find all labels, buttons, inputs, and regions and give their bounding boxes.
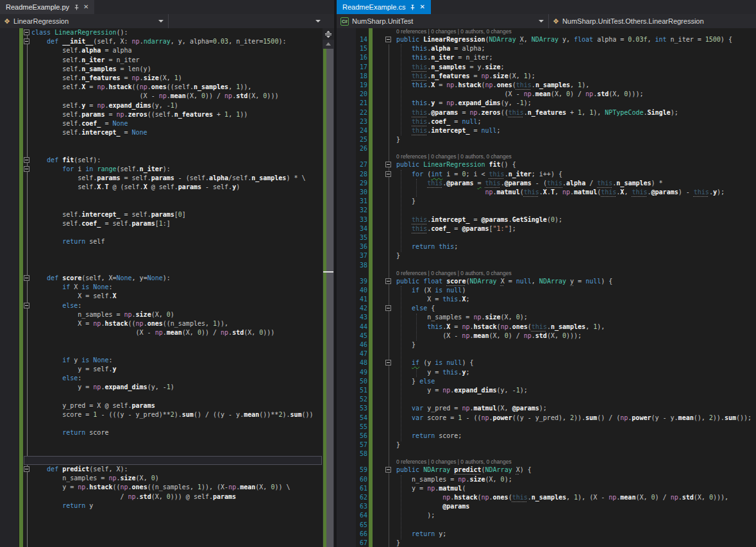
tab-readmeexample-py[interactable]: ReadmeExample.py ✕ (0, 0, 94, 14)
code-line[interactable]: 49 y = this.y; (337, 368, 756, 377)
code-line[interactable]: self.n_features = np.size(X, 1) (0, 74, 334, 83)
code-line[interactable]: self.n_iter = n_iter (0, 56, 334, 65)
code-line[interactable]: X = np.hstack((np.ones((n_samples, 1)), (0, 319, 334, 328)
code-line[interactable]: 43 n_samples = np.size(X, 0); (337, 313, 756, 322)
code-line[interactable]: (X - np.mean(X, 0)) / np.std(X, 0))) (0, 92, 334, 101)
code-line[interactable]: 40 if (X is null) (337, 286, 756, 295)
code-line[interactable]: 28 for (int i = 0; i < this.n_iter; i++)… (337, 170, 756, 179)
code-line[interactable]: 36 return this; (337, 242, 756, 251)
code-line[interactable]: 37} (337, 251, 756, 260)
fold-margin[interactable] (0, 301, 31, 310)
pin-icon[interactable] (74, 4, 80, 10)
code-line[interactable]: n_samples = np.size(X, 0) (0, 310, 334, 319)
code-line[interactable] (0, 538, 334, 547)
code-line[interactable]: 53 var y_pred = np.matmul(X, @params); (337, 404, 756, 413)
code-line[interactable]: y = np.expand_dims(y, -1) (0, 383, 334, 392)
codelens-row[interactable]: 0 references | 0 changes | 0 authors, 0 … (337, 153, 756, 160)
codelens-row[interactable]: 0 references | 0 changes | 0 authors, 0 … (337, 459, 756, 466)
code-line[interactable]: y = np.hstack((np.ones((n_samples, 1)), … (0, 483, 334, 492)
code-line[interactable] (0, 146, 334, 155)
code-line[interactable]: 41 X = this.X; (337, 295, 756, 304)
code-line[interactable] (0, 137, 334, 146)
code-line[interactable]: 60 n_samples = np.size(X, 0); (337, 475, 756, 484)
code-line[interactable]: 44 this.X = np.hstack(np.ones(this.n_sam… (337, 323, 756, 332)
pin-icon[interactable] (410, 4, 416, 10)
code-line[interactable] (0, 256, 334, 265)
code-line[interactable]: 14public LinearRegression(NDArray X, NDA… (337, 35, 756, 44)
code-line[interactable]: 15 this.alpha = alpha; (337, 44, 756, 53)
code-line[interactable]: return score (0, 428, 334, 437)
fold-collapse-box[interactable] (24, 29, 29, 35)
codelens-row[interactable]: 0 references | 0 changes | 0 authors, 0 … (337, 28, 756, 35)
fold-margin[interactable] (367, 170, 396, 179)
current-line-highlight[interactable] (0, 456, 334, 465)
code-line[interactable]: if X is None: (0, 283, 334, 292)
code-line[interactable] (0, 519, 334, 528)
code-line[interactable]: 55 (337, 423, 756, 432)
code-line[interactable]: 54 var score = 1 - ((np.power((y - y_pre… (337, 414, 756, 423)
code-line[interactable]: self.coef_ = self.params[1:] (0, 219, 334, 228)
code-line[interactable] (0, 528, 334, 537)
code-editor-python[interactable]: class LinearRegression(): def __init__(s… (0, 28, 334, 547)
code-line[interactable]: self.alpha = alpha (0, 46, 334, 55)
fold-margin[interactable] (367, 358, 396, 367)
code-line[interactable]: 46 } (337, 341, 756, 349)
project-dropdown[interactable]: C# NumSharp.UnitTest (337, 14, 548, 28)
codelens-row[interactable]: 0 references | 0 changes | 0 authors, 0 … (337, 270, 756, 277)
code-line[interactable] (0, 392, 334, 401)
close-icon[interactable]: ✕ (419, 4, 424, 10)
scrollbar-thumb[interactable] (326, 49, 333, 547)
code-line[interactable]: def fit(self): (0, 156, 334, 165)
code-line[interactable]: self.X.T @ (self.X @ self.params - self.… (0, 183, 334, 192)
fold-margin[interactable] (367, 304, 396, 313)
fold-margin[interactable] (0, 156, 31, 165)
code-line[interactable] (0, 228, 334, 237)
code-line[interactable]: if y is None: (0, 356, 334, 365)
type-dropdown[interactable]: ❖ NumSharp.UnitTest.Others.LinearRegress… (548, 14, 756, 28)
code-line[interactable]: else: (0, 374, 334, 383)
fold-collapse-box[interactable] (24, 466, 29, 472)
fold-collapse-box[interactable] (385, 467, 391, 473)
code-line[interactable] (0, 419, 334, 428)
code-line[interactable]: 19 this.X = np.hstack(np.ones(this.n_sam… (337, 81, 756, 90)
code-line[interactable]: y = self.y (0, 365, 334, 374)
code-line[interactable]: 47 (337, 349, 756, 358)
code-line[interactable]: / np.std(X, 0))) @ self.params (0, 492, 334, 501)
code-line[interactable]: 42 else { (337, 304, 756, 313)
scroll-up-icon[interactable] (323, 40, 334, 49)
fold-margin[interactable] (0, 165, 31, 174)
code-line[interactable]: self.params = self.params - (self.alpha/… (0, 174, 334, 183)
fold-collapse-box[interactable] (24, 38, 29, 44)
fold-collapse-box[interactable] (385, 171, 391, 177)
close-icon[interactable]: ✕ (83, 4, 88, 10)
fold-collapse-box[interactable] (24, 166, 29, 172)
code-line[interactable]: 27public LinearRegression fit() { (337, 160, 756, 169)
code-line[interactable]: 24 this.intercept_ = null; (337, 126, 756, 135)
code-editor-csharp[interactable]: 0 references | 0 changes | 0 authors, 0 … (337, 28, 756, 547)
code-line[interactable]: score = 1 - (((y - y_pred)**2).sum() / (… (0, 410, 334, 419)
fold-margin[interactable] (0, 274, 31, 283)
fold-margin[interactable] (367, 35, 396, 44)
fold-collapse-box[interactable] (24, 303, 29, 308)
scope-dropdown-left[interactable]: ❖ LinearRegression (0, 14, 168, 28)
fold-collapse-box[interactable] (385, 305, 391, 311)
code-line[interactable]: 29 this.@params = this.@params - (this.a… (337, 179, 756, 188)
code-line[interactable]: (X - np.mean(X, 0)) / np.std(X, 0))) (0, 328, 334, 337)
code-line[interactable]: 21 this.y = np.expand_dims(y, -1); (337, 99, 756, 108)
code-line[interactable]: class LinearRegression(): (0, 28, 334, 37)
fold-collapse-box[interactable] (385, 162, 391, 167)
code-line[interactable] (0, 337, 334, 346)
code-line[interactable]: 20 (X - np.mean(X, 0) / np.std(X, 0))); (337, 90, 756, 99)
code-line[interactable]: 62 np.hstack(np.ones(this.n_samples, 1),… (337, 493, 756, 502)
member-dropdown-left[interactable] (168, 14, 334, 28)
fold-collapse-box[interactable] (24, 275, 29, 281)
code-line[interactable]: 17 this.n_samples = y.size; (337, 63, 756, 72)
code-line[interactable]: 23 this.coef_ = null; (337, 117, 756, 126)
fold-collapse-box[interactable] (385, 360, 391, 366)
fold-collapse-box[interactable] (385, 278, 391, 284)
splitter-handle-icon[interactable] (323, 28, 334, 40)
code-line[interactable]: self.params = np.zeros((self.n_features … (0, 110, 334, 119)
code-line[interactable] (0, 347, 334, 356)
code-line[interactable] (0, 247, 334, 256)
codelens-indicator[interactable]: 0 references | 0 changes | 0 authors, 0 … (396, 270, 512, 277)
